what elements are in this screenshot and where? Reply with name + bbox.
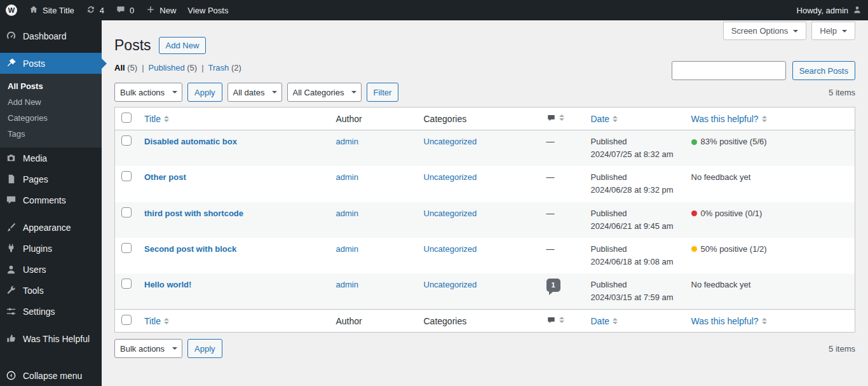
sidebar-item-appearance[interactable]: Appearance bbox=[0, 217, 102, 238]
chevron-down-icon bbox=[793, 30, 798, 35]
row-checkbox[interactable] bbox=[121, 243, 132, 253]
search-posts-button[interactable]: Search Posts bbox=[792, 61, 855, 80]
comments-icon bbox=[5, 194, 17, 206]
sidebar-item-posts[interactable]: Posts bbox=[0, 53, 102, 74]
sidebar-item-pages[interactable]: Pages bbox=[0, 169, 102, 190]
row-checkbox[interactable] bbox=[121, 135, 132, 146]
row-checkbox[interactable] bbox=[121, 279, 132, 289]
view-trash-link[interactable]: Trash (2) bbox=[208, 63, 241, 72]
post-title-link[interactable]: Disabled automatic box bbox=[144, 137, 237, 146]
column-author: Author bbox=[330, 107, 417, 130]
view-all-link[interactable]: All (5) bbox=[114, 63, 137, 72]
view-posts-link[interactable]: View Posts bbox=[182, 0, 234, 20]
new-label: New bbox=[159, 6, 176, 15]
site-title-link[interactable]: Site Title bbox=[23, 0, 80, 20]
sidebar-item-dashboard[interactable]: Dashboard bbox=[0, 25, 102, 46]
sidebar-item-tools[interactable]: Tools bbox=[0, 280, 102, 301]
sidebar-item-users[interactable]: Users bbox=[0, 259, 102, 280]
collapse-menu-button[interactable]: Collapse menu bbox=[0, 365, 102, 386]
filter-button[interactable]: Filter bbox=[367, 83, 399, 102]
tablenav-top: Bulk actions Apply All dates All Categor… bbox=[114, 83, 855, 102]
sort-arrows-icon bbox=[164, 116, 169, 122]
table-row: Disabled automatic box admin Uncategoriz… bbox=[115, 130, 855, 167]
author-link[interactable]: admin bbox=[336, 137, 358, 146]
submenu-categories[interactable]: Categories bbox=[0, 110, 102, 126]
row-checkbox[interactable] bbox=[121, 171, 132, 181]
category-link[interactable]: Uncategorized bbox=[424, 209, 477, 218]
sidebar-item-was-this-helpful[interactable]: Was This Helpful bbox=[0, 328, 102, 349]
posts-pin-icon bbox=[5, 57, 17, 69]
table-row: Other post admin Uncategorized — Publish… bbox=[115, 166, 855, 202]
view-published-link[interactable]: Published (5) bbox=[149, 63, 198, 72]
post-title-link[interactable]: Other post bbox=[144, 172, 186, 182]
categories-select-wrap: All Categories bbox=[287, 83, 362, 102]
column-date[interactable]: Date bbox=[585, 310, 685, 333]
post-title-link[interactable]: third post with shortcode bbox=[144, 209, 243, 218]
post-status: Published bbox=[591, 135, 679, 148]
category-link[interactable]: Uncategorized bbox=[424, 280, 477, 289]
category-link[interactable]: Uncategorized bbox=[424, 137, 477, 146]
comment-count-bubble[interactable]: 1 bbox=[546, 279, 560, 292]
author-link[interactable]: admin bbox=[336, 244, 358, 254]
column-comments[interactable] bbox=[540, 107, 585, 130]
search-input[interactable] bbox=[672, 61, 786, 80]
update-icon bbox=[86, 4, 96, 17]
category-link[interactable]: Uncategorized bbox=[424, 172, 477, 182]
column-title[interactable]: Title bbox=[138, 107, 330, 130]
sidebar-item-media[interactable]: Media bbox=[0, 148, 102, 169]
account-menu[interactable]: Howdy, admin bbox=[791, 0, 868, 20]
apply-button-bottom[interactable]: Apply bbox=[187, 339, 222, 358]
tools-wrench-icon bbox=[5, 284, 17, 296]
select-all-checkbox[interactable] bbox=[121, 113, 132, 123]
author-link[interactable]: admin bbox=[336, 172, 358, 182]
wordpress-logo-icon[interactable]: W bbox=[0, 0, 23, 20]
apply-button[interactable]: Apply bbox=[187, 83, 222, 102]
submenu-all-posts[interactable]: All Posts bbox=[0, 78, 102, 94]
category-link[interactable]: Uncategorized bbox=[424, 244, 477, 254]
thumbs-up-icon bbox=[5, 333, 17, 345]
new-content-link[interactable]: New bbox=[140, 0, 182, 20]
admin-bar-right: Howdy, admin bbox=[791, 0, 868, 20]
column-title[interactable]: Title bbox=[138, 310, 330, 333]
comment-count: — bbox=[546, 137, 555, 146]
updates-link[interactable]: 4 bbox=[80, 0, 110, 20]
status-dot-icon bbox=[691, 246, 697, 252]
post-title-link[interactable]: Second post with block bbox=[144, 244, 236, 254]
column-helpful[interactable]: Was this helpful? bbox=[685, 310, 855, 333]
row-checkbox[interactable] bbox=[121, 207, 132, 217]
screen-options-button[interactable]: Screen Options bbox=[723, 22, 807, 40]
dates-select-wrap: All dates bbox=[227, 83, 282, 102]
sidebar-item-comments[interactable]: Comments bbox=[0, 190, 102, 210]
select-all-checkbox[interactable] bbox=[121, 315, 132, 325]
admin-sidebar: Dashboard Posts All Posts Add New Catego… bbox=[0, 20, 102, 386]
plus-icon bbox=[146, 4, 156, 17]
add-new-post-button[interactable]: Add New bbox=[159, 37, 207, 54]
column-helpful[interactable]: Was this helpful? bbox=[685, 107, 855, 130]
bulk-actions-select[interactable]: Bulk actions bbox=[114, 83, 182, 102]
comments-moderation-link[interactable]: 0 bbox=[110, 0, 140, 20]
main-content: Screen Options Help Posts Add New All (5… bbox=[102, 20, 868, 386]
helpful-value: 83% positive (5/6) bbox=[691, 135, 849, 148]
comment-bubble-icon bbox=[116, 4, 126, 17]
table-row: Second post with block admin Uncategoriz… bbox=[115, 238, 855, 273]
helpful-value: No feedback yet bbox=[691, 279, 849, 291]
sidebar-item-plugins[interactable]: Plugins bbox=[0, 238, 102, 259]
post-title-link[interactable]: Hello world! bbox=[144, 280, 191, 289]
author-link[interactable]: admin bbox=[336, 280, 358, 289]
sidebar-item-settings[interactable]: Settings bbox=[0, 301, 102, 322]
bulk-actions-select-wrap: Bulk actions bbox=[114, 339, 182, 358]
column-comments[interactable] bbox=[540, 310, 585, 333]
sidebar-label: Plugins bbox=[23, 244, 52, 254]
items-count: 5 items bbox=[829, 344, 855, 354]
dates-filter-select[interactable]: All dates bbox=[227, 83, 282, 102]
bulk-actions-select-wrap: Bulk actions bbox=[114, 83, 182, 102]
help-button[interactable]: Help bbox=[811, 22, 855, 40]
comments-count: 0 bbox=[130, 6, 134, 15]
submenu-tags[interactable]: Tags bbox=[0, 126, 102, 142]
column-date[interactable]: Date bbox=[585, 107, 685, 130]
bulk-actions-select-bottom[interactable]: Bulk actions bbox=[114, 339, 182, 358]
submenu-add-new[interactable]: Add New bbox=[0, 94, 102, 110]
categories-filter-select[interactable]: All Categories bbox=[287, 83, 362, 102]
author-link[interactable]: admin bbox=[336, 209, 358, 218]
helpful-value: 50% positive (1/2) bbox=[691, 243, 849, 256]
